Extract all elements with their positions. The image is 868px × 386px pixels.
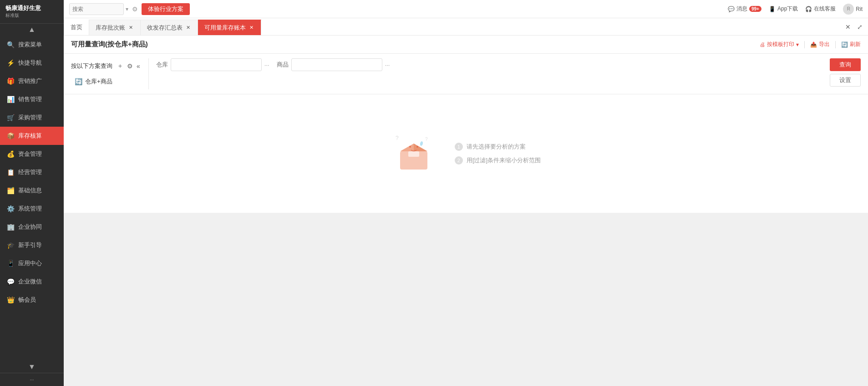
hint-2-text: 用[过滤]条件来缩小分析范围	[467, 156, 541, 165]
headset-icon: 🎧	[805, 6, 812, 12]
refresh-label: 刷新	[850, 41, 861, 48]
warehouse-filter-group: 仓库 ···	[156, 58, 269, 71]
sidebar-item-inventory[interactable]: 📦 库存核算	[0, 127, 64, 145]
message-area[interactable]: 💬 消息 99+	[728, 5, 761, 13]
hint-1-text: 请先选择要分析的方案	[467, 143, 526, 151]
sidebar-item-label: 营销推广	[18, 77, 42, 85]
sidebar-user-area[interactable]: ···	[0, 373, 64, 386]
tab-home-label: 首页	[71, 23, 82, 31]
sidebar-scroll-up[interactable]: ▲	[0, 24, 64, 36]
sidebar-item-label: 采购管理	[18, 113, 42, 122]
print-dropdown-icon[interactable]: ▾	[796, 41, 799, 48]
warehouse-filter-input[interactable]	[171, 58, 262, 71]
product-filter-input[interactable]	[291, 58, 382, 71]
empty-hint-1: 1 请先选择要分析的方案	[455, 143, 541, 151]
user-area[interactable]: R Rit	[843, 4, 863, 15]
query-section: 按以下方案查询 ＋ ⚙ « 🔄 仓库+商品 仓库	[64, 54, 868, 94]
sidebar-item-purchase[interactable]: 🛒 采购管理	[0, 108, 64, 127]
empty-hint-2: 2 用[过滤]条件来缩小分析范围	[455, 156, 541, 165]
page-title: 可用量查询(按仓库+商品)	[71, 40, 148, 49]
query-label-actions: ＋ ⚙ «	[116, 61, 141, 71]
step-num-2: 2	[455, 156, 463, 165]
sidebar-item-shortcut[interactable]: ⚡ 快捷导航	[0, 54, 64, 72]
scheme-item-warehouse-product[interactable]: 🔄 仓库+商品	[71, 76, 141, 87]
tab-available-close[interactable]: ✕	[249, 24, 254, 31]
header-gear-icon[interactable]: ⚙	[132, 5, 138, 13]
sidebar-item-newbie[interactable]: 🎓 新手引导	[0, 236, 64, 254]
filter-row: 仓库 ··· 商品 ···	[156, 58, 822, 71]
tab-summary-close[interactable]: ✕	[185, 24, 191, 31]
tab-batch-close[interactable]: ✕	[128, 24, 134, 31]
scheme-icon: 🔄	[75, 78, 82, 85]
print-label: 按模板打印	[767, 41, 794, 48]
box-icon: 📦	[6, 132, 15, 139]
svg-point-4	[409, 146, 411, 148]
refresh-button[interactable]: 🔄 刷新	[841, 41, 861, 48]
tab-available-label: 可用量库存账本	[204, 24, 246, 32]
sidebar-item-finance[interactable]: 💰 资金管理	[0, 145, 64, 163]
product-filter-label: 商品	[277, 61, 289, 69]
warehouse-more-button[interactable]: ···	[264, 62, 269, 68]
tab-batch[interactable]: 库存批次账 ✕	[89, 20, 141, 35]
tab-home[interactable]: 首页	[64, 20, 89, 35]
header-search-input[interactable]	[69, 3, 124, 15]
chat-icon: 💬	[6, 278, 15, 285]
message-badge: 99+	[749, 6, 761, 12]
sidebar-item-operations[interactable]: 📋 经营管理	[0, 163, 64, 181]
avatar: R	[843, 4, 854, 15]
svg-text:?: ?	[396, 135, 399, 141]
gift-icon: 🎁	[6, 77, 15, 85]
tab-available[interactable]: 可用量库存账本 ✕	[198, 20, 261, 35]
phone-icon: 📱	[769, 6, 776, 12]
sidebar-item-label: 库存核算	[18, 132, 42, 140]
sidebar-header: 畅康通好生意 标准版	[0, 0, 64, 24]
folder-icon: 🗂️	[6, 187, 15, 194]
divider2	[835, 41, 836, 48]
sidebar-item-enterprise[interactable]: 🏢 企业协同	[0, 218, 64, 236]
empty-state: ? ? 1 请先选择要分析的方案 2 用[过滤]条件来缩小分析范围	[64, 94, 868, 213]
empty-state-content: ? ? 1 请先选择要分析的方案 2 用[过滤]条件来缩小分析范围	[391, 131, 541, 176]
sidebar-item-vip[interactable]: 👑 畅会员	[0, 291, 64, 309]
add-scheme-button[interactable]: ＋	[116, 61, 124, 71]
sidebar-item-label: 应用中心	[18, 259, 42, 268]
scheme-panel: 按以下方案查询 ＋ ⚙ « 🔄 仓库+商品	[71, 58, 149, 89]
svg-rect-3	[408, 151, 419, 157]
online-service-area[interactable]: 🎧 在线客服	[805, 5, 836, 13]
product-more-button[interactable]: ···	[385, 62, 390, 68]
sidebar-item-appstore[interactable]: 📱 应用中心	[0, 254, 64, 273]
sidebar-item-basic[interactable]: 🗂️ 基础信息	[0, 181, 64, 200]
graduation-icon: 🎓	[6, 242, 15, 249]
settings-button[interactable]: 设置	[830, 74, 861, 87]
header-right: 💬 消息 99+ 📱 App下载 🎧 在线客服 R Rit	[728, 4, 863, 15]
tab-bar: 首页 库存批次账 ✕ 收发存汇总表 ✕ 可用量库存账本 ✕ ✕ ⤢	[64, 18, 868, 36]
export-button[interactable]: 📤 导出	[810, 41, 830, 48]
app-download-area[interactable]: 📱 App下载	[769, 5, 798, 13]
query-label: 按以下方案查询	[71, 62, 112, 70]
sidebar-item-label: 基础信息	[18, 186, 42, 195]
gear-icon: ⚙️	[6, 205, 15, 212]
sidebar-item-wechat[interactable]: 💬 企业微信	[0, 273, 64, 291]
tab-summary[interactable]: 收发存汇总表 ✕	[141, 20, 198, 35]
sidebar-item-system[interactable]: ⚙️ 系统管理	[0, 200, 64, 218]
page-title-bar: 可用量查询(按仓库+商品) 🖨 按模板打印 ▾ 📤 导出 🔄 刷新	[64, 36, 868, 54]
collapse-scheme-button[interactable]: «	[136, 61, 141, 71]
sidebar-item-label: 经营管理	[18, 168, 42, 176]
empty-illustration: ? ?	[391, 131, 437, 176]
sidebar-scroll-down[interactable]: ▼	[0, 361, 64, 373]
lightning-icon: ⚡	[6, 59, 15, 67]
query-button[interactable]: 查询	[830, 58, 861, 71]
sidebar-item-label: 销售管理	[18, 95, 42, 103]
sidebar-item-sales[interactable]: 📊 销售管理	[0, 90, 64, 108]
tab-close-all-button[interactable]: ✕	[843, 21, 853, 32]
dropdown-icon[interactable]: ▾	[126, 6, 128, 12]
edit-scheme-button[interactable]: ⚙	[126, 61, 134, 71]
tab-maximize-button[interactable]: ⤢	[855, 21, 864, 32]
sidebar-item-search[interactable]: 🔍 搜索菜单	[0, 36, 64, 54]
message-icon: 💬	[728, 6, 735, 12]
print-button[interactable]: 🖨 按模板打印 ▾	[760, 41, 799, 48]
svg-point-5	[416, 146, 418, 148]
brand-name: 畅康通好生意	[5, 5, 58, 12]
sidebar-item-marketing[interactable]: 🎁 营销推广	[0, 72, 64, 90]
trial-button[interactable]: 体验行业方案	[142, 3, 190, 15]
sidebar-item-label: 快捷导航	[18, 59, 42, 67]
